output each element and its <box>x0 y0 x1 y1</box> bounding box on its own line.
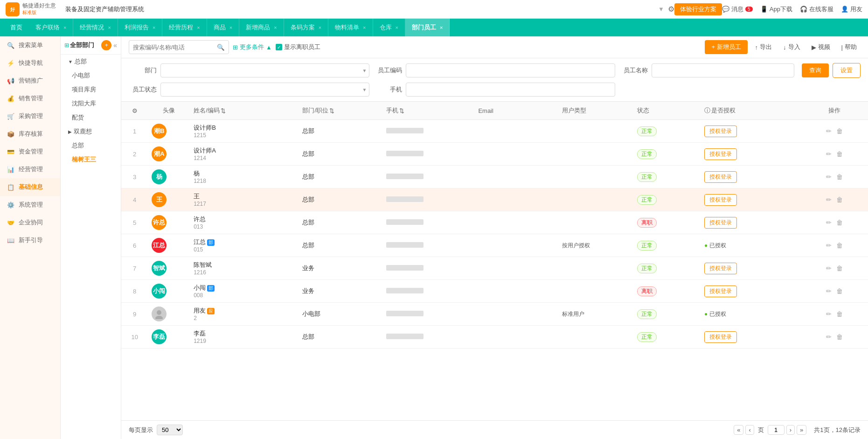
employee-status-select[interactable] <box>160 83 369 97</box>
sidebar-item-finance[interactable]: 💳 资金管理 <box>0 143 60 160</box>
sort-dept[interactable]: 部门/职位 ⇅ <box>302 106 378 115</box>
delete-icon[interactable]: 🗑 <box>836 127 843 135</box>
sidebar-item-system[interactable]: ⚙️ 系统管理 <box>0 196 60 214</box>
user-btn[interactable]: 👤 用友 <box>841 5 862 14</box>
delete-icon[interactable]: 🗑 <box>836 173 843 181</box>
tab-products[interactable]: 商品 × <box>207 19 239 36</box>
import-button[interactable]: ↓ 导入 <box>779 43 804 51</box>
delete-icon[interactable]: 🗑 <box>836 196 843 203</box>
delete-icon[interactable]: 🗑 <box>836 219 843 226</box>
employee-code-input[interactable] <box>406 63 615 77</box>
next-page-btn[interactable]: › <box>786 425 795 435</box>
sidebar-item-search[interactable]: 🔍 搜索菜单 <box>0 36 60 54</box>
tab-warehouse[interactable]: 仓库 × <box>373 19 405 36</box>
export-button[interactable]: ↑ 导出 <box>751 43 776 51</box>
first-page-btn[interactable]: « <box>734 425 743 435</box>
row-auth[interactable]: 授权登录 <box>701 188 801 211</box>
tab-operations[interactable]: 经营情况 × <box>73 19 118 36</box>
tab-bom[interactable]: 物料清单 × <box>328 19 373 36</box>
close-icon[interactable]: × <box>319 25 321 30</box>
collapse-icon[interactable]: « <box>113 42 117 49</box>
tree-item-nanshuwangsan[interactable]: 楠树王三 <box>61 153 121 167</box>
auth-btn[interactable]: 授权登录 <box>704 331 737 343</box>
tree-item-shuanglu[interactable]: ▶ 双鹿想 <box>61 125 121 139</box>
sort-phone[interactable]: 手机 ⇅ <box>386 106 471 115</box>
col-settings[interactable]: ⚙ <box>121 102 148 120</box>
chevron-down-icon[interactable]: ▼ <box>658 6 664 13</box>
close-icon[interactable]: × <box>153 25 155 30</box>
row-auth[interactable]: 授权登录 <box>701 280 801 303</box>
edit-icon[interactable]: ✏ <box>826 333 832 341</box>
settings-icon[interactable]: ⚙ <box>668 5 674 14</box>
try-plan-button[interactable]: 体验行业方案 <box>674 3 722 15</box>
auth-btn[interactable]: 授权登录 <box>704 148 737 160</box>
row-auth[interactable]: 授权登录 <box>701 166 801 188</box>
row-auth[interactable]: 授权登录 <box>701 326 801 348</box>
add-employee-button[interactable]: + 新增员工 <box>705 40 747 54</box>
tree-item-distribution[interactable]: 配货 <box>61 111 121 125</box>
search-button[interactable]: 🔍 <box>213 44 229 51</box>
col-dept[interactable]: 部门/职位 ⇅ <box>299 102 382 120</box>
tab-history[interactable]: 经营历程 × <box>162 19 207 36</box>
sidebar-item-marketing[interactable]: 📢 营销推广 <box>0 72 60 90</box>
auth-btn[interactable]: 授权登录 <box>704 286 737 297</box>
row-auth[interactable]: 授权登录 <box>701 143 801 166</box>
edit-icon[interactable]: ✏ <box>826 173 832 181</box>
delete-icon[interactable]: 🗑 <box>836 150 843 158</box>
sidebar-item-sales[interactable]: 💰 销售管理 <box>0 90 60 107</box>
help-button[interactable]: | 帮助 <box>838 43 861 51</box>
tree-item-electronics[interactable]: 小电部 <box>61 69 121 83</box>
last-page-btn[interactable]: » <box>797 425 806 435</box>
info-icon[interactable]: ⓘ <box>704 107 710 114</box>
close-icon[interactable]: × <box>63 25 66 30</box>
message-btn[interactable]: 💬 消息 5 <box>722 5 753 14</box>
tab-barcode[interactable]: 条码方案 × <box>284 19 328 36</box>
app-download-btn[interactable]: 📱 App下载 <box>760 5 792 14</box>
auth-btn[interactable]: 授权登录 <box>704 217 737 229</box>
sidebar-item-quicknav[interactable]: ⚡ 快捷导航 <box>0 54 60 72</box>
edit-icon[interactable]: ✏ <box>826 127 832 135</box>
delete-icon[interactable]: 🗑 <box>836 287 843 295</box>
delete-icon[interactable]: 🗑 <box>836 242 843 249</box>
config-button[interactable]: 设置 <box>833 63 861 78</box>
delete-icon[interactable]: 🗑 <box>836 333 843 341</box>
edit-icon[interactable]: ✏ <box>826 310 832 318</box>
prev-page-btn[interactable]: ‹ <box>745 425 754 435</box>
col-name[interactable]: 姓名/编码 ⇅ <box>190 102 299 120</box>
sidebar-item-basic[interactable]: 📋 基础信息 <box>0 178 60 196</box>
employee-name-input[interactable] <box>652 63 794 77</box>
row-auth[interactable]: 授权登录 <box>701 120 801 143</box>
view-button[interactable]: ▶ 视频 <box>808 43 834 51</box>
edit-icon[interactable]: ✏ <box>826 150 832 158</box>
col-phone[interactable]: 手机 ⇅ <box>382 102 474 120</box>
query-button[interactable]: 查询 <box>802 63 829 77</box>
close-icon[interactable]: × <box>108 25 111 30</box>
edit-icon[interactable]: ✏ <box>826 242 832 249</box>
edit-icon[interactable]: ✏ <box>826 265 832 272</box>
auth-btn[interactable]: 授权登录 <box>704 171 737 183</box>
auth-btn[interactable]: 授权登录 <box>704 194 737 206</box>
row-auth[interactable]: 授权登录 <box>701 211 801 234</box>
sort-name[interactable]: 姓名/编码 ⇅ <box>194 106 295 115</box>
tree-item-headquarter[interactable]: ▼ 总部 <box>61 55 121 69</box>
sidebar-item-purchase[interactable]: 🛒 采购管理 <box>0 107 60 125</box>
sidebar-item-operations[interactable]: 📊 经营管理 <box>0 160 60 178</box>
per-page-select[interactable]: 50 20 100 <box>157 425 183 435</box>
row-auth[interactable]: ●已授权 <box>701 303 801 326</box>
dept-select[interactable] <box>160 63 369 77</box>
auth-btn[interactable]: 授权登录 <box>704 125 737 137</box>
edit-icon[interactable]: ✏ <box>826 287 832 295</box>
add-dept-icon[interactable]: + <box>101 40 111 50</box>
close-icon[interactable]: × <box>363 25 366 30</box>
sidebar-item-guide[interactable]: 📖 新手引导 <box>0 231 60 249</box>
close-icon[interactable]: × <box>274 25 277 30</box>
close-icon[interactable]: × <box>396 25 398 30</box>
show-resigned-toggle[interactable]: ✓ 显示离职员工 <box>276 43 320 51</box>
sidebar-item-inventory[interactable]: 📦 库存核算 <box>0 125 60 143</box>
tab-customer[interactable]: 客户联络 × <box>29 19 73 36</box>
row-auth[interactable]: ●已授权 <box>701 234 801 257</box>
more-filter-btn[interactable]: ⊞ 更多条件 ▲ <box>233 43 272 51</box>
phone-input[interactable] <box>406 83 615 97</box>
close-icon[interactable]: × <box>440 25 443 30</box>
online-service-btn[interactable]: 🎧 在线客服 <box>800 5 833 14</box>
